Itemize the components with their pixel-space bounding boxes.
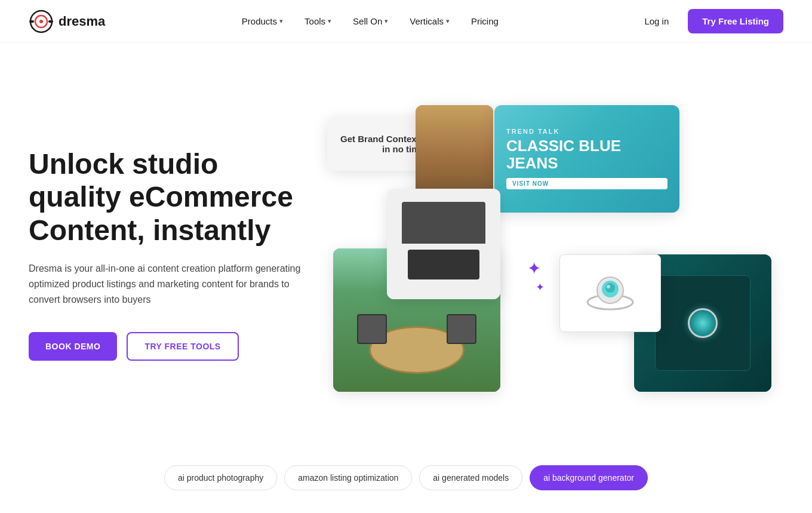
tag-amazon-listing-optimization[interactable]: amazon listing optimization bbox=[284, 465, 412, 490]
ring-gem bbox=[688, 308, 718, 338]
trend-talk-card: TREND TALK CLASSIC BLUE JEANS VISIT NOW bbox=[494, 105, 679, 213]
chevron-down-icon: ▾ bbox=[279, 17, 283, 25]
nav-links: Products ▾ Tools ▾ Sell On ▾ Verticals ▾… bbox=[233, 11, 507, 31]
furniture-chair-set bbox=[399, 202, 488, 285]
trend-main-text: CLASSIC BLUE JEANS bbox=[506, 137, 668, 171]
nav-actions: Log in Try Free Listing bbox=[635, 9, 783, 33]
chair-left bbox=[357, 314, 387, 344]
hero-title: Unlock studio quality eCommerce Content,… bbox=[29, 148, 303, 247]
tag-ai-product-photography[interactable]: ai product photography bbox=[164, 465, 277, 490]
ring-white-bg bbox=[560, 255, 660, 331]
nav-item-pricing[interactable]: Pricing bbox=[463, 11, 507, 31]
tags-section: ai product photography amazon listing op… bbox=[0, 453, 812, 513]
book-demo-button[interactable]: BOOK DEMO bbox=[29, 332, 117, 361]
logo-icon bbox=[29, 9, 54, 34]
svg-rect-4 bbox=[48, 20, 53, 23]
logo-text: dresma bbox=[59, 14, 105, 29]
hero-buttons: BOOK DEMO TRY FREE TOOLS bbox=[29, 332, 303, 361]
chevron-down-icon: ▾ bbox=[385, 17, 388, 25]
furniture-white-bg bbox=[387, 189, 500, 299]
svg-point-9 bbox=[607, 285, 610, 288]
nav-item-products[interactable]: Products ▾ bbox=[233, 11, 291, 31]
chevron-down-icon: ▾ bbox=[446, 17, 450, 25]
svg-rect-3 bbox=[29, 20, 34, 23]
login-button[interactable]: Log in bbox=[635, 11, 678, 31]
chevron-down-icon: ▾ bbox=[328, 17, 331, 25]
svg-point-2 bbox=[39, 20, 43, 23]
try-free-listing-button[interactable]: Try Free Listing bbox=[688, 9, 783, 33]
trend-sub-text: TREND TALK bbox=[506, 128, 668, 135]
furniture-overlay-card bbox=[387, 189, 500, 299]
trend-cta-button: VISIT NOW bbox=[506, 178, 668, 189]
ring-white-overlay bbox=[559, 254, 661, 332]
nav-item-sell-on[interactable]: Sell On ▾ bbox=[345, 11, 396, 31]
hero-left: Unlock studio quality eCommerce Content,… bbox=[29, 148, 303, 361]
ring-item bbox=[580, 269, 640, 317]
ring-box bbox=[655, 275, 751, 371]
hero-section: Unlock studio quality eCommerce Content,… bbox=[0, 43, 812, 453]
chair-back bbox=[402, 202, 485, 244]
nav-item-tools[interactable]: Tools ▾ bbox=[296, 11, 340, 31]
logo[interactable]: dresma bbox=[29, 9, 105, 34]
nav-item-verticals[interactable]: Verticals ▾ bbox=[401, 11, 458, 31]
hero-description: Dresma is your all-in-one ai content cre… bbox=[29, 261, 303, 308]
navigation: dresma Products ▾ Tools ▾ Sell On ▾ Vert… bbox=[0, 0, 812, 43]
tag-ai-background-generator[interactable]: ai background generator bbox=[530, 465, 648, 490]
tag-ai-generated-models[interactable]: ai generated models bbox=[419, 465, 522, 490]
chair-right bbox=[447, 314, 476, 344]
hero-right-collage: Get Brand Contextual Imagery in no time!… bbox=[327, 105, 783, 404]
try-free-tools-button[interactable]: TRY FREE TOOLS bbox=[127, 332, 238, 361]
chair-seat bbox=[408, 250, 479, 279]
sparkles-decoration: ✦✦ bbox=[527, 260, 545, 294]
svg-point-8 bbox=[605, 283, 615, 293]
